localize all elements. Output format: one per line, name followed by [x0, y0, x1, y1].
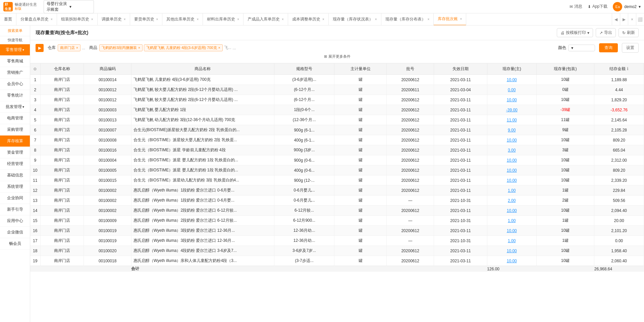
sidebar-quick-nav[interactable]: 快捷导航: [0, 36, 30, 44]
remove-tag-icon[interactable]: ×: [218, 46, 220, 50]
table-cell[interactable]: 10.00: [487, 75, 536, 85]
filter-warehouse: 仓库 南岸门店 × ...: [48, 44, 85, 51]
col-settings[interactable]: ⚙: [30, 63, 40, 75]
table-cell: 飞鹤星飞帆 儿童奶粉 4段(3-6岁适用) 700克: [131, 75, 274, 85]
table-cell[interactable]: 11.00: [487, 115, 536, 125]
warehouse-tag-nanAn[interactable]: 南岸门店 ×: [58, 44, 80, 51]
nav-right-arrow[interactable]: ▶: [620, 13, 628, 25]
tab-yaoHuo[interactable]: 要货单历史×: [130, 13, 163, 25]
remove-tag-icon[interactable]: ×: [76, 46, 78, 50]
more-goods-icon2[interactable]: ...: [233, 46, 236, 50]
table-cell[interactable]: 10.00: [487, 175, 536, 185]
warehouse-tags: 南岸门店 × ...: [58, 44, 85, 51]
close-icon[interactable]: ×: [197, 17, 199, 21]
sidebar-item-retail-stat[interactable]: 零售统计: [0, 90, 30, 101]
sidebar-item-ecommerce[interactable]: 电商管理: [0, 113, 30, 124]
table-cell[interactable]: 10.00: [487, 155, 536, 165]
sidebar-item-inventory[interactable]: 库存核算: [0, 136, 30, 147]
nav-close-all[interactable]: ×: [628, 13, 636, 25]
sidebar-item-wholesale[interactable]: 批发管理 ▾: [0, 101, 30, 113]
close-icon[interactable]: ×: [460, 17, 462, 21]
sidebar-item-operation[interactable]: 经营管理: [0, 158, 30, 170]
tab-qitaChuku[interactable]: 其他出库单历史×: [162, 13, 203, 25]
query-button[interactable]: 查询: [599, 43, 618, 52]
more-goods-icon[interactable]: 飞...: [224, 45, 231, 51]
close-icon[interactable]: ×: [91, 17, 93, 21]
sidebar-item-system[interactable]: 系统管理: [0, 181, 30, 193]
goods-tag-2[interactable]: 飞鹤星飞帆 儿童奶粉 4段(3-6岁适用) 700克 ×: [144, 44, 223, 51]
table-cell[interactable]: 10.00: [487, 256, 536, 266]
sidebar-item-retail[interactable]: 零售管理 ▾: [0, 44, 30, 56]
table-cell: 南岸门店: [40, 226, 84, 236]
goods-tag-1[interactable]: 飞鹤奶粉3段丙捆捆装 ×: [99, 44, 143, 51]
expand-filter-button[interactable]: ▶: [36, 44, 44, 52]
table-cell: 2021-03-11: [434, 135, 487, 145]
user-area[interactable]: Ea demo2 ▾: [613, 2, 641, 11]
print-button[interactable]: 🖨 按模板打印 ▾: [557, 28, 593, 37]
tab-diaoBo[interactable]: 调拨单历史×: [98, 13, 130, 25]
table-cell[interactable]: 10.00: [487, 246, 536, 256]
table-cell[interactable]: 1.00: [487, 185, 536, 196]
close-icon[interactable]: ×: [237, 17, 239, 21]
tab-chengben[interactable]: 成本调整单历史×: [288, 13, 329, 25]
org-selector[interactable]: 母婴行业演示账套 ▾: [44, 0, 94, 13]
sidebar-search[interactable]: 搜索菜单: [0, 25, 30, 36]
app-download-button[interactable]: ⬇ App下载: [588, 4, 607, 9]
close-icon[interactable]: ×: [322, 17, 324, 21]
tab-fenliang[interactable]: 分量盘点单历史×: [16, 13, 57, 25]
table-cell: 20.00: [594, 216, 644, 226]
table-cell[interactable]: 10.00: [487, 165, 536, 175]
tab-home[interactable]: 首页: [0, 13, 16, 25]
table-cell: 2,312.00: [594, 155, 644, 165]
main-layout: 搜索菜单 快捷导航 零售管理 ▾ 零售商城 营销推广 会员中心 零售统计 批发管…: [0, 25, 644, 322]
tab-cailiao[interactable]: 材料出库单历史×: [203, 13, 244, 25]
tab-xiancunfenbu[interactable]: 现存量（库存分布表）×: [381, 13, 434, 25]
sidebar-item-basic[interactable]: 基础信息: [0, 170, 30, 181]
table-cell: 惠氏启醇（Wyeth illuma）2段奶粉 爱尔兰进口 6-12月较...: [131, 216, 274, 226]
sidebar-item-guide[interactable]: 新手引导: [0, 204, 30, 215]
remove-tag-icon[interactable]: ×: [138, 46, 140, 50]
sidebar-item-member[interactable]: 会员中心: [0, 78, 30, 90]
table-cell[interactable]: 10.00: [487, 206, 536, 216]
sidebar-item-finance[interactable]: 资金管理: [0, 147, 30, 158]
table-cell[interactable]: 0.00: [487, 85, 536, 95]
sidebar-item-marketing[interactable]: 营销推广: [0, 67, 30, 78]
close-icon[interactable]: ×: [282, 17, 284, 21]
table-cell[interactable]: 3.00: [487, 145, 536, 155]
nav-maximize[interactable]: ⬜: [636, 13, 644, 25]
expand-conditions-button[interactable]: ⊞ 展开更多条件: [324, 54, 351, 59]
sidebar-item-wechat[interactable]: 企业微信: [0, 227, 30, 238]
tab-active[interactable]: 库存批次账×: [434, 13, 466, 25]
table-cell[interactable]: 1.00: [487, 236, 536, 246]
table-cell: 7: [30, 135, 40, 145]
table-cell[interactable]: 10.00: [487, 95, 536, 105]
close-icon[interactable]: ×: [156, 17, 158, 21]
export-button[interactable]: ↗ 导出: [596, 28, 616, 37]
refresh-button[interactable]: ↻ 刷新: [619, 28, 639, 37]
sidebar-item-retail-mall[interactable]: 零售商城: [0, 56, 30, 67]
table-cell[interactable]: 9.00: [487, 125, 536, 135]
table-cell[interactable]: 2.00: [487, 196, 536, 206]
more-warehouse-icon[interactable]: ...: [82, 46, 85, 50]
sidebar-item-apps[interactable]: 应用中心: [0, 215, 30, 227]
table-cell[interactable]: 10.00: [487, 135, 536, 145]
table-cell[interactable]: 10.00: [487, 226, 536, 236]
close-icon[interactable]: ×: [124, 17, 126, 21]
setting-button[interactable]: 设置: [622, 43, 639, 53]
close-icon[interactable]: ×: [375, 17, 377, 21]
tab-zujieChaijian[interactable]: 组装拆卸单历史×: [57, 13, 98, 25]
color-select[interactable]: ▾: [568, 45, 595, 51]
sidebar-item-member2[interactable]: 畅会员: [0, 238, 30, 250]
close-icon[interactable]: ×: [428, 17, 430, 21]
table-cell[interactable]: -39.00: [487, 105, 536, 115]
tab-chanchengpin[interactable]: 产成品入库单历史×: [244, 13, 288, 25]
table-cell: 罐: [334, 155, 386, 165]
nav-left-arrow[interactable]: ◀: [612, 13, 620, 25]
tab-xiancunzhuang[interactable]: 现存量（库存状况表）×: [329, 13, 381, 25]
sidebar-item-purchase[interactable]: 采购管理: [0, 124, 30, 136]
close-icon[interactable]: ×: [51, 17, 53, 21]
messages-button[interactable]: ✉ 消息: [570, 4, 582, 9]
settings-icon[interactable]: ⚙: [33, 67, 37, 71]
sidebar-item-collab[interactable]: 企业协同: [0, 193, 30, 204]
table-cell[interactable]: 1.00: [487, 216, 536, 226]
